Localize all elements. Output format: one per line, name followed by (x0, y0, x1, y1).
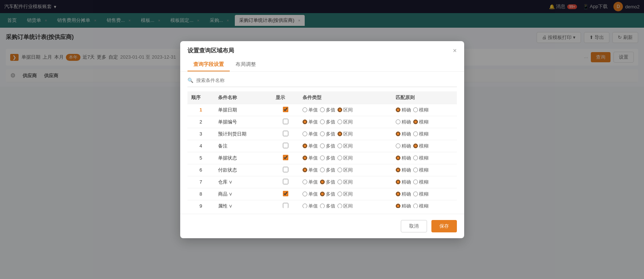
tab-query-fields[interactable]: 查询字段设置 (187, 58, 230, 71)
tab-layout-adjust[interactable]: 布局调整 (230, 58, 262, 71)
dialog-title: 设置查询区域布局 (187, 47, 234, 55)
dialog-tabs: 查询字段设置 布局调整 (180, 58, 464, 72)
modal-overlay: 设置查询区域布局 × 查询字段设置 布局调整 🔍 (0, 0, 644, 87)
search-icon: 🔍 (187, 78, 193, 83)
search-bar: 🔍 (187, 78, 457, 87)
dialog: 设置查询区域布局 × 查询字段设置 布局调整 🔍 (180, 41, 464, 87)
tab-layout-adjust-label: 布局调整 (236, 61, 256, 67)
search-input[interactable] (196, 78, 269, 83)
dialog-body: 🔍 顺序 条件名称 显示 条件类型 匹配原则 (180, 72, 464, 87)
dialog-header: 设置查询区域布局 × (180, 41, 464, 55)
tab-query-fields-label: 查询字段设置 (193, 61, 224, 67)
dialog-close-button[interactable]: × (453, 47, 457, 55)
